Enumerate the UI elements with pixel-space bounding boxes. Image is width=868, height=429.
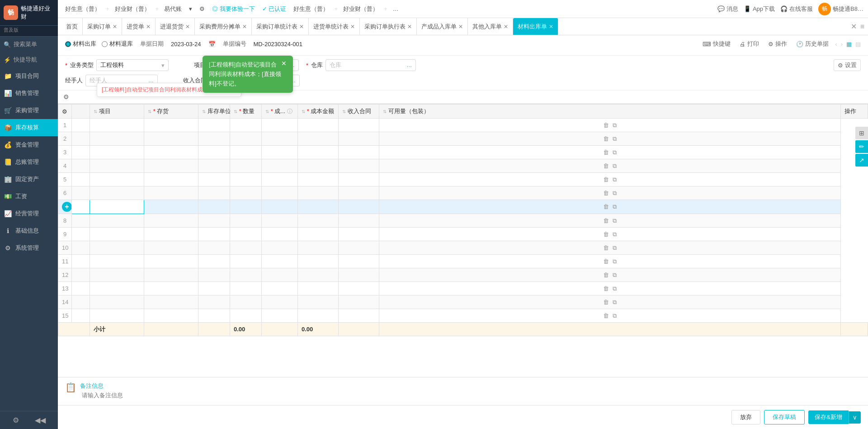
settings-bottom-icon[interactable]: ⚙ — [13, 416, 19, 424]
sort-stock-icon[interactable]: ⇅ — [148, 109, 151, 114]
radio-material-return[interactable]: 材料退库 — [102, 40, 133, 48]
collapse-icon[interactable]: ◀◀ — [35, 416, 46, 424]
row-contract-1[interactable] — [298, 119, 339, 132]
tab-purchase-stat[interactable]: 采购订单统计表 ✕ — [252, 18, 309, 35]
save-new-arrow-btn[interactable]: ∨ — [849, 411, 861, 424]
row-avail-1[interactable] — [339, 119, 379, 132]
row-delete-7[interactable]: 🗑 — [602, 202, 610, 211]
tab-material-issue[interactable]: 材料出库单 ✕ — [513, 18, 558, 35]
save-draft-btn[interactable]: 保存草稿 — [764, 410, 805, 424]
row-delete-9[interactable]: 🗑 — [602, 230, 610, 238]
nav-prev-btn[interactable]: ‹ — [835, 41, 837, 48]
row-unit-1[interactable] — [144, 119, 198, 132]
nav-certified[interactable]: ✓ 已认证 — [259, 5, 289, 13]
row-copy-6[interactable]: ⧉ — [612, 189, 618, 198]
row-delete-12[interactable]: 🗑 — [602, 271, 610, 279]
tab-order-exec[interactable]: 采购订单执行表 ✕ — [360, 18, 417, 35]
save-new-main-btn[interactable]: 保存&新增 — [808, 410, 849, 424]
notes-input[interactable] — [80, 390, 351, 400]
tab-close-expense[interactable]: ✕ — [242, 24, 247, 30]
tab-close-other-stock[interactable]: ✕ — [504, 24, 508, 30]
history-btn[interactable]: 🕐 历史单据 — [793, 39, 831, 49]
tab-expense[interactable]: 采购费用分摊单 ✕ — [195, 18, 252, 35]
row-delete-10[interactable]: 🗑 — [602, 243, 610, 252]
bill-date-value[interactable]: 2023-03-24 — [171, 41, 201, 48]
row-delete-4[interactable]: 🗑 — [602, 162, 610, 170]
sort-contract-icon[interactable]: ⇅ — [342, 109, 346, 114]
discard-btn[interactable]: 放弃 — [731, 410, 760, 424]
tab-return[interactable]: 进退货货 ✕ — [156, 18, 195, 35]
col-settings-icon[interactable]: ⚙ — [62, 108, 67, 115]
row-copy-13[interactable]: ⧉ — [612, 284, 618, 293]
sidebar-item-salary[interactable]: 💵 工资 — [0, 188, 58, 205]
row-delete-13[interactable]: 🗑 — [602, 284, 610, 293]
user-profile[interactable]: 畅 畅捷通B8… — [818, 3, 863, 15]
warehouse-search-icon[interactable]: … — [406, 62, 412, 68]
tab-close-all[interactable]: ✕ — [851, 22, 857, 31]
row-delete-5[interactable]: 🗑 — [602, 175, 610, 184]
row-delete-14[interactable]: 🗑 — [602, 298, 610, 306]
row-delete-6[interactable]: 🗑 — [602, 189, 610, 197]
nav-next-btn[interactable]: › — [841, 41, 843, 48]
tab-purchase-order[interactable]: 采购订单 ✕ — [83, 18, 122, 35]
tab-close-return[interactable]: ✕ — [185, 24, 190, 30]
sidebar-item-assets[interactable]: 🏢 固定资产 — [0, 171, 58, 188]
sidebar-item-ledger[interactable]: 📒 总账管理 — [0, 153, 58, 171]
form-settings-btn[interactable]: ⚙ 设置 — [834, 59, 861, 71]
tab-finished-goods[interactable]: 产成品入库单 ✕ — [417, 18, 468, 35]
tab-close-material-issue[interactable]: ✕ — [549, 24, 553, 30]
sort-cost-icon[interactable]: ⇅ — [265, 109, 269, 114]
row-qty-1[interactable] — [198, 119, 230, 132]
sidebar-item-inventory[interactable]: 📦 库存核算 — [0, 119, 58, 136]
row-item-1[interactable] — [72, 119, 90, 132]
customer-service-btn[interactable]: 🎧 在线客服 — [780, 5, 813, 13]
grid-view-btn[interactable]: ▦ — [846, 41, 852, 48]
nav-haoshengyi[interactable]: 好生意（普） — [62, 5, 103, 13]
sidebar-item-quicknav[interactable]: ⚡ 快捷导航 — [0, 52, 58, 67]
row-delete-11[interactable]: 🗑 — [602, 257, 610, 266]
nav-more[interactable]: … — [390, 5, 401, 12]
table-config-icon[interactable]: ⚙ — [61, 92, 71, 101]
sort-unit-icon[interactable]: ⇅ — [202, 109, 206, 114]
sort-cost-amt-icon[interactable]: ⇅ — [302, 109, 305, 114]
row-cost-1[interactable] — [230, 119, 262, 132]
nav-haoshengyi2[interactable]: 好生意（普） — [291, 5, 331, 13]
sidebar-item-sales[interactable]: 📊 销售管理 — [0, 85, 58, 102]
row-copy-8[interactable]: ⧉ — [612, 216, 618, 225]
row-copy-4[interactable]: ⧉ — [612, 162, 618, 171]
app-download-btn[interactable]: 📱 App下载 — [744, 5, 775, 13]
tab-close-purchase-order[interactable]: ✕ — [113, 24, 117, 30]
cost-info-icon[interactable]: ⓘ — [287, 108, 292, 114]
row-copy-3[interactable]: ⧉ — [612, 148, 618, 157]
bill-no-value[interactable]: MD-20230324-001 — [254, 41, 302, 48]
tab-more-icon[interactable]: ≡ — [860, 23, 864, 31]
row-delete-1[interactable]: 🗑 — [602, 121, 610, 129]
calendar-icon[interactable]: 📅 — [208, 41, 216, 48]
row-delete-8[interactable]: 🗑 — [602, 216, 610, 225]
sidebar-item-operations[interactable]: 📈 经营管理 — [0, 205, 58, 222]
nav-dropdown[interactable]: ▾ — [186, 5, 195, 12]
tab-receipt[interactable]: 进货单 ✕ — [122, 18, 156, 35]
sidebar-item-system[interactable]: ⚙ 系统管理 — [0, 239, 58, 257]
warehouse-input[interactable]: 仓库 … — [326, 59, 416, 71]
radio-material-issue[interactable]: 材料出库 — [65, 40, 96, 48]
right-tool-1[interactable]: ⊞ — [855, 127, 868, 139]
sidebar-item-basic-info[interactable]: ℹ 基础信息 — [0, 222, 58, 239]
row-cost-amt-1[interactable] — [262, 119, 298, 132]
row-delete-2[interactable]: 🗑 — [602, 134, 610, 143]
row-copy-14[interactable]: ⧉ — [612, 298, 618, 307]
row-spec-1[interactable] — [90, 119, 144, 132]
row-copy-10[interactable]: ⧉ — [612, 243, 618, 253]
shortcut-btn[interactable]: ⌨ 快捷键 — [700, 39, 733, 49]
right-tool-3[interactable]: ↗ — [855, 154, 868, 167]
sidebar-item-project[interactable]: 📁 项目合同 — [0, 67, 58, 85]
row-delete-15[interactable]: 🗑 — [602, 311, 610, 320]
right-tool-2[interactable]: ✏ — [855, 140, 868, 153]
business-type-input[interactable]: 工程领料 ▾ — [96, 59, 169, 71]
sidebar-item-purchase[interactable]: 🛒 采购管理 — [0, 102, 58, 119]
nav-trial[interactable]: ◎ 我要体验一下 — [209, 5, 258, 13]
row-copy-15[interactable]: ⧉ — [612, 311, 618, 320]
row-copy-7[interactable]: ⧉ — [612, 202, 618, 211]
tab-close-receipt-stat[interactable]: ✕ — [350, 24, 355, 30]
tab-close-purchase-stat[interactable]: ✕ — [299, 24, 304, 30]
